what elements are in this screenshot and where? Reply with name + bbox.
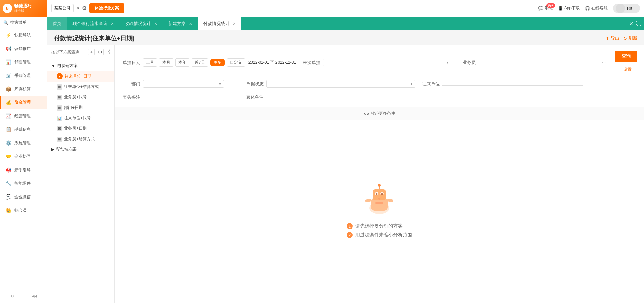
sidebar-search[interactable]: 🔍 搜索菜单 (0, 17, 47, 28)
sidebar-item-marketing[interactable]: 📢 营销推广 (0, 42, 47, 55)
scheme-item-contact-settle[interactable]: ⊞ 往来单位+结算方式 (47, 82, 114, 92)
scheme-group-arrow: ▼ (51, 64, 55, 68)
sidebar-item-system[interactable]: ⚙️ 系统管理 (0, 136, 47, 150)
sidebar-item-guide[interactable]: 🎯 新手引导 (0, 163, 47, 177)
sidebar-item-inventory[interactable]: 📦 库存核算 (0, 82, 47, 96)
scheme-settings-btn[interactable]: ⚙ (97, 49, 104, 55)
sidebar-item-finance[interactable]: 💰 资金管理 (0, 96, 47, 109)
refresh-btn[interactable]: ↻ 刷新 (623, 35, 637, 41)
nav-item-label: 企业协同 (14, 154, 31, 159)
tab-payments-close[interactable]: × (233, 21, 236, 26)
tab-payments[interactable]: 付款情况统计 × (198, 17, 241, 30)
quick-nav-icon: ⚡ (5, 32, 12, 38)
sidebar-collapse-btn[interactable]: ◀◀ (25, 292, 45, 300)
wechat-icon: 💬 (5, 193, 12, 200)
tab-home[interactable]: 首页 (47, 17, 67, 30)
filter-contact-dots[interactable]: ··· (586, 81, 591, 87)
nav-item-label: 经营管理 (14, 113, 31, 119)
vip-icon: 👑 (5, 207, 12, 214)
topbar-actions: 💬 消息 99+ 📱 App下载 🎧 在线客服 Rit (538, 4, 640, 13)
online-service-icon: 🎧 (585, 6, 590, 11)
notification-action[interactable]: 💬 消息 99+ (538, 5, 553, 11)
sidebar-item-wechat[interactable]: 💬 企业微信 (0, 190, 47, 204)
scheme-group-pc-header[interactable]: ▼ 电脑端方案 (47, 61, 114, 71)
filter-date-btns: 上月 本月 本年 近7天 更多 自定义 2022-01-01 至 2022-12… (143, 58, 296, 67)
nav-item-label: 采购管理 (14, 73, 31, 79)
sidebar-item-sales[interactable]: 📊 销售管理 (0, 55, 47, 69)
query-btn[interactable]: 查询 (615, 51, 637, 62)
filter-dept-select[interactable]: ▾ (143, 80, 224, 88)
date-btn-more[interactable]: 更多 (210, 59, 225, 66)
filter-settings-btn[interactable]: 设置 (618, 65, 637, 74)
tab-fullscreen-btn[interactable]: ⛶ (636, 21, 641, 27)
nav-item-label: 库存核算 (14, 86, 31, 92)
sidebar-item-quick-nav[interactable]: ⚡ 快捷导航 (0, 28, 47, 42)
scheme-group-mobile-header[interactable]: ▶ 移动端方案 (47, 144, 114, 154)
sidebar-item-purchase[interactable]: 🛒 采购管理 (0, 69, 47, 82)
filter-row-2: 部门 ▾ 单据状态 ▾ 往来单位 (121, 80, 637, 88)
user-avatar (616, 4, 625, 13)
sidebar-bottom: ⚙ ◀◀ (0, 289, 47, 303)
sidebar-item-vip[interactable]: 👑 畅会员 (0, 204, 47, 217)
filter-row-3: 表头备注 表体备注 (121, 93, 637, 101)
scheme-collapse-btn[interactable]: 《 (106, 49, 110, 55)
filter-voucher-status-select[interactable]: ▾ (266, 80, 415, 88)
sidebar-settings-btn[interactable]: ⚙ (3, 292, 22, 300)
empty-hint-1: 1 请先选择要分析的方案 (347, 223, 412, 229)
sidebar-item-basic-info[interactable]: 📋 基础信息 (0, 123, 47, 136)
date-btn-last-month[interactable]: 上月 (143, 58, 157, 67)
tab-new-scheme-close[interactable]: × (189, 21, 192, 26)
tab-bank-flow-close[interactable]: × (111, 21, 114, 26)
tab-new-scheme[interactable]: 新建方案 × (163, 17, 198, 30)
filter-staff-input[interactable] (478, 61, 599, 64)
empty-state: 1 请先选择要分析的方案 2 用过滤条件来缩小分析范围 (115, 120, 644, 303)
scheme-item-staff-account[interactable]: ⊞ 业务员+账号 (47, 92, 114, 102)
hint-num-1: 1 (347, 223, 353, 229)
date-btn-custom[interactable]: 自定义 (227, 58, 245, 67)
tab-bank-flow[interactable]: 现金银行流水查询 × (67, 17, 119, 30)
scheme-item-dept-date[interactable]: ⊞ 部门+日期 (47, 102, 114, 113)
filter-contact-input[interactable] (442, 82, 583, 86)
sidebar-item-hardware[interactable]: 🔧 智能硬件 (0, 177, 47, 190)
app-download-action[interactable]: 📱 App下载 (558, 5, 580, 11)
company-selector[interactable]: 某某公司 (51, 4, 74, 12)
date-btn-this-year[interactable]: 本年 (175, 58, 189, 67)
scheme-item-staff-settle[interactable]: ⊞ 业务员+结算方式 (47, 134, 114, 144)
filter-staff-label: 业务员 (457, 60, 476, 66)
online-service-action[interactable]: 🎧 在线客服 (585, 5, 608, 11)
scheme-item-contact-account[interactable]: 📊 往来单位+账号 (47, 113, 114, 123)
scheme-item-contact-date[interactable]: ● 往来单位+日期 (47, 71, 114, 82)
tab-receipts-close[interactable]: × (154, 21, 157, 26)
filter-voucher-status-label: 单据状态 (245, 81, 264, 87)
collapse-arrow-icon: ∧∧ (363, 111, 370, 116)
notification-icon: 💬 (538, 6, 543, 11)
scheme-item-label: 业务员+账号 (64, 94, 87, 100)
scheme-add-btn[interactable]: + (88, 49, 95, 55)
export-btn[interactable]: ⬆ 导出 (606, 35, 619, 41)
app-name: 畅捷通巧 (14, 3, 32, 9)
filter-header-note-input[interactable] (143, 93, 237, 101)
filter-source-label: 来源单据 (301, 60, 320, 66)
scheme-item-label: 往来单位+账号 (64, 115, 91, 121)
filter-source-select[interactable]: ▾ (323, 59, 451, 66)
trial-btn[interactable]: 体验行业方案 (89, 3, 124, 13)
sidebar-item-corp[interactable]: 🤝 企业协同 (0, 150, 47, 163)
user-name: Rit (627, 6, 632, 11)
user-info-area[interactable]: Rit (613, 4, 640, 13)
tabbar-controls: ✕ ⛶ (626, 17, 644, 30)
corp-icon: 🤝 (5, 153, 12, 160)
filter-staff-dots[interactable]: ··· (602, 60, 607, 66)
filter-body-note-input[interactable] (266, 93, 637, 101)
scheme-contact-settle-icon: ⊞ (57, 84, 62, 90)
date-btn-this-month[interactable]: 本月 (159, 58, 173, 67)
tab-receipts[interactable]: 收款情况统计 × (119, 17, 163, 30)
collapse-conditions-btn[interactable]: ∧∧ 收起更多条件 (363, 111, 395, 116)
scheme-item-staff-date[interactable]: ⊞ 业务员+日期 (47, 123, 114, 134)
date-btn-7days[interactable]: 近7天 (192, 58, 208, 67)
company-dropdown-icon[interactable]: ▾ (77, 6, 79, 11)
filter-voucher-status-arrow: ▾ (411, 82, 412, 86)
topbar-settings-icon[interactable]: ⚙ (82, 5, 87, 11)
topbar: 某某公司 ▾ ⚙ 体验行业方案 💬 消息 99+ 📱 App下载 🎧 在线客服 … (47, 0, 644, 17)
sidebar-item-operation[interactable]: 📈 经营管理 (0, 109, 47, 123)
tab-close-all-btn[interactable]: ✕ (629, 21, 633, 27)
